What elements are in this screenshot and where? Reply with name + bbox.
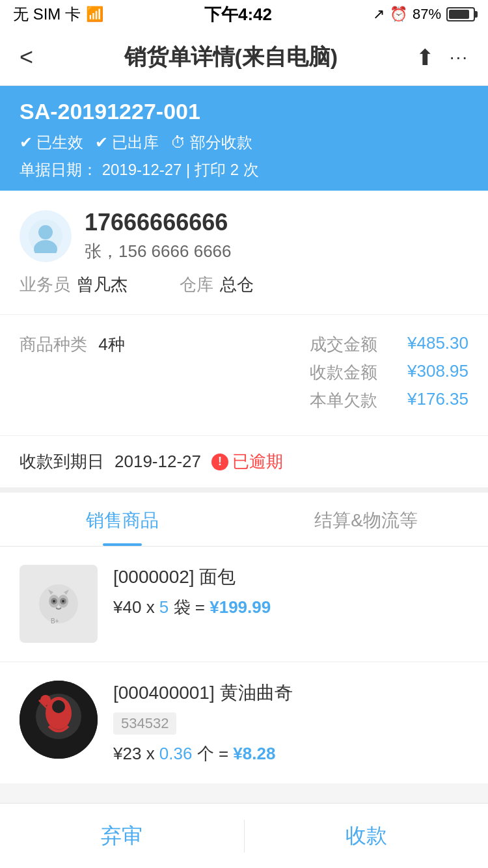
clock-icon: ⏱ [170, 133, 186, 152]
owed-amount-label: 本单欠款 [310, 389, 377, 412]
avatar [20, 210, 72, 262]
overdue-label: 已逾期 [232, 450, 283, 473]
svg-point-1 [38, 225, 53, 239]
tab-settlement[interactable]: 结算&物流等 [244, 493, 488, 546]
svg-text:B+: B+ [51, 617, 59, 625]
svg-point-8 [53, 600, 55, 603]
summary-section: 商品种类 4种 成交金额 ¥485.30 收款金额 ¥308.95 本单欠款 ¥… [0, 315, 488, 436]
sales-meta: 业务员 曾凡杰 [20, 273, 128, 296]
price-eq-2: = [219, 744, 233, 763]
price-qty-2: 0.36 [159, 744, 193, 763]
customer-name-phone: 张，156 6666 6666 [85, 240, 232, 263]
overdue-icon: ! [211, 454, 228, 470]
product-code-1: [0000002] [113, 567, 195, 587]
product-name-2: [000400001] 黄油曲奇 [113, 681, 468, 705]
due-date-section: 收款到期日 2019-12-27 ! 已逾期 [0, 436, 488, 493]
bottom-bar: 弃审 收款 [0, 803, 488, 856]
battery-percent: 87% [413, 6, 441, 23]
owed-amount-row: 本单欠款 ¥176.35 [310, 389, 468, 412]
customer-info: 17666666666 张，156 6666 6666 [85, 209, 232, 263]
due-date-label: 收款到期日 [20, 450, 104, 473]
table-row: [000400001] 黄油曲奇 534532 ¥23 x 0.36 个 = ¥… [0, 662, 488, 783]
date-label: 单据日期： [20, 161, 98, 178]
svg-point-14 [52, 700, 65, 713]
price-total-2: ¥8.28 [233, 744, 275, 763]
warehouse-name: 总仓 [220, 273, 254, 296]
status-active: ✔ 已生效 [20, 132, 83, 153]
collect-payment-button[interactable]: 收款 [245, 822, 489, 850]
product-info-2: [000400001] 黄油曲奇 534532 ¥23 x 0.36 个 = ¥… [113, 681, 468, 765]
overdue-badge: ! 已逾期 [211, 450, 283, 473]
customer-row: 17666666666 张，156 6666 6666 [20, 209, 468, 263]
header-banner: SA-20191227-001 ✔ 已生效 ✔ 已出库 ⏱ 部分收款 单据日期：… [0, 86, 488, 191]
table-row: B+ [0000002] 面包 ¥40 x 5 袋 = ¥199.99 [0, 547, 488, 661]
back-button[interactable]: < [20, 44, 46, 71]
sales-name: 曾凡杰 [77, 273, 128, 296]
svg-point-9 [62, 600, 64, 603]
tab-sales-products-label: 销售商品 [86, 510, 159, 530]
product-price-1: ¥40 x 5 袋 = ¥199.99 [113, 596, 468, 619]
product-name-text-1: 面包 [199, 567, 236, 587]
received-amount-value: ¥308.95 [390, 361, 468, 384]
warehouse-label: 仓库 [180, 273, 213, 296]
due-date-value: 2019-12-27 [115, 452, 201, 472]
price-unit-1: 袋 [174, 597, 191, 617]
more-icon[interactable]: ··· [450, 47, 468, 68]
status-row: ✔ 已生效 ✔ 已出库 ⏱ 部分收款 [20, 132, 468, 153]
product-name-1: [0000002] 面包 [113, 565, 468, 590]
deal-amount-row: 成交金额 ¥485.30 [310, 333, 468, 356]
price-value-1: ¥40 [113, 597, 141, 617]
product-type-count: 4种 [98, 334, 124, 354]
product-code-2: [000400001] [113, 683, 215, 703]
battery-icon [446, 7, 475, 21]
nav-bar: < 销货单详情(来自电脑) ⬆ ··· [0, 29, 488, 86]
tab-bar: 销售商品 结算&物流等 [0, 493, 488, 547]
print-unit: 次 [243, 161, 259, 178]
print-label: | 打印 [186, 161, 226, 178]
check-icon-1: ✔ [20, 133, 33, 152]
status-active-label: 已生效 [36, 132, 83, 153]
share-icon[interactable]: ⬆ [416, 44, 434, 70]
deal-amount-value: ¥485.30 [390, 333, 468, 356]
price-value-2: ¥23 [113, 744, 141, 763]
check-icon-2: ✔ [95, 133, 108, 152]
customer-meta: 业务员 曾凡杰 仓库 总仓 [20, 273, 468, 296]
customer-card: 17666666666 张，156 6666 6666 业务员 曾凡杰 仓库 总… [0, 191, 488, 315]
nav-actions: ⬆ ··· [416, 44, 468, 70]
product-sku-2: 534532 [113, 712, 176, 735]
status-partial-payment: ⏱ 部分收款 [170, 132, 252, 153]
summary-row: 商品种类 4种 成交金额 ¥485.30 收款金额 ¥308.95 本单欠款 ¥… [20, 333, 468, 417]
abandon-review-button[interactable]: 弃审 [0, 822, 244, 850]
customer-phone: 17666666666 [85, 209, 232, 236]
product-thumb-2 [20, 681, 98, 759]
product-type-item: 商品种类 4种 [20, 333, 125, 356]
alarm-icon: ⏰ [390, 6, 407, 23]
summary-right: 成交金额 ¥485.30 收款金额 ¥308.95 本单欠款 ¥176.35 [310, 333, 468, 417]
price-x-1: x [146, 597, 159, 617]
tab-sales-products[interactable]: 销售商品 [0, 493, 244, 546]
product-price-2: ¥23 x 0.36 个 = ¥8.28 [113, 742, 468, 765]
order-id: SA-20191227-001 [20, 99, 468, 124]
received-amount-row: 收款金额 ¥308.95 [310, 361, 468, 384]
product-name-text-2: 黄油曲奇 [220, 683, 293, 703]
product-thumb-svg-2 [20, 681, 98, 759]
product-info-1: [0000002] 面包 ¥40 x 5 袋 = ¥199.99 [113, 565, 468, 619]
location-icon: ↗ [373, 6, 385, 23]
svg-point-15 [40, 695, 51, 705]
page-title: 销货单详情(来自电脑) [46, 42, 416, 72]
owl-svg: B+ [33, 578, 85, 630]
price-total-1: ¥199.99 [210, 597, 271, 617]
received-amount-label: 收款金额 [310, 361, 377, 384]
status-right: ↗ ⏰ 87% [373, 6, 475, 23]
owed-amount-value: ¥176.35 [390, 389, 468, 412]
print-count: 2 [230, 161, 239, 178]
summary-left: 商品种类 4种 [20, 333, 125, 356]
warehouse-meta: 仓库 总仓 [180, 273, 254, 296]
avatar-svg [29, 219, 62, 253]
carrier-label: 无 SIM 卡 [13, 4, 81, 25]
banner-date: 单据日期： 2019-12-27 | 打印 2 次 [20, 159, 468, 180]
price-qty-1: 5 [159, 597, 169, 617]
price-x-2: x [146, 744, 159, 763]
order-date: 2019-12-27 [102, 161, 182, 178]
product-type-label: 商品种类 [20, 334, 87, 354]
